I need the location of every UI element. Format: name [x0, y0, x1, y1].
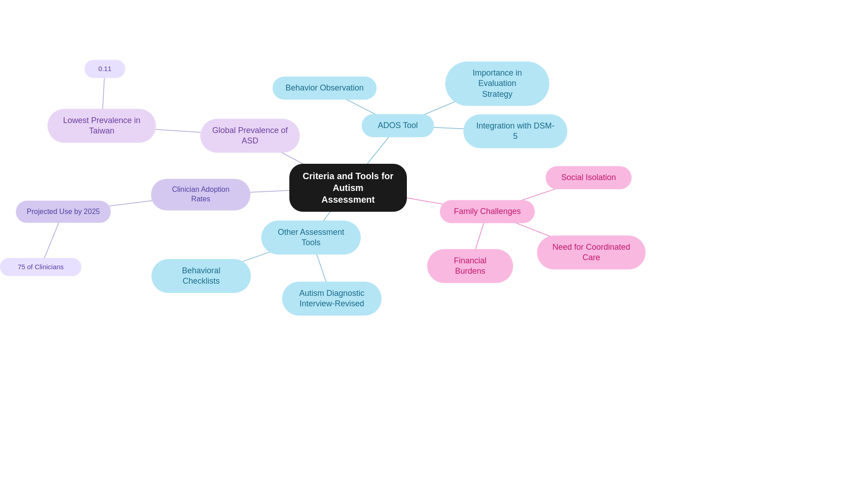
autism-diagnostic-label: Autism Diagnostic Interview-Revised [299, 288, 364, 309]
ados-tool-node[interactable]: ADOS Tool [362, 114, 434, 137]
other-assessment-node[interactable]: Other Assessment Tools [261, 221, 361, 255]
center-node[interactable]: Criteria and Tools for Autism Assessment [289, 164, 407, 212]
behavior-observation-node[interactable]: Behavior Observation [273, 76, 377, 100]
behavioral-checklists-node[interactable]: Behavioral Checklists [151, 259, 251, 293]
projected-use-label: Projected Use by 2025 [27, 207, 100, 217]
social-isolation-label: Social Isolation [561, 172, 616, 183]
importance-label: Importance in Evaluation Strategy [456, 68, 538, 100]
social-isolation-node[interactable]: Social Isolation [546, 166, 632, 189]
family-challenges-label: Family Challenges [454, 206, 521, 217]
value-011-node[interactable]: 0.11 [85, 60, 125, 78]
clinician-adoption-node[interactable]: Clinician Adoption Rates [151, 179, 250, 210]
ados-tool-label: ADOS Tool [378, 120, 418, 131]
75-clinicians-label: 75 of Clinicians [18, 262, 64, 271]
financial-burdens-node[interactable]: Financial Burdens [427, 249, 513, 283]
75-clinicians-node[interactable]: 75 of Clinicians [0, 258, 81, 276]
need-coordinated-node[interactable]: Need for Coordinated Care [537, 236, 646, 270]
global-prevalence-node[interactable]: Global Prevalence of ASD [200, 119, 300, 153]
behavioral-checklists-label: Behavioral Checklists [162, 266, 240, 287]
behavior-observation-label: Behavior Observation [285, 83, 363, 93]
lowest-prevalence-label: Lowest Prevalence in Taiwan [58, 115, 145, 137]
integration-dsm-label: Integration with DSM-5 [474, 121, 557, 142]
center-label: Criteria and Tools for Autism Assessment [300, 170, 396, 205]
family-challenges-node[interactable]: Family Challenges [440, 200, 535, 223]
need-coordinated-label: Need for Coordinated Care [548, 242, 635, 263]
financial-burdens-label: Financial Burdens [438, 256, 502, 277]
clinician-adoption-label: Clinician Adoption Rates [162, 185, 240, 204]
importance-node[interactable]: Importance in Evaluation Strategy [445, 62, 549, 106]
lowest-prevalence-node[interactable]: Lowest Prevalence in Taiwan [47, 109, 156, 143]
projected-use-node[interactable]: Projected Use by 2025 [16, 201, 111, 223]
other-assessment-label: Other Assessment Tools [272, 227, 350, 248]
autism-diagnostic-node[interactable]: Autism Diagnostic Interview-Revised [282, 282, 382, 316]
value-011-label: 0.11 [98, 64, 111, 73]
global-prevalence-label: Global Prevalence of ASD [211, 125, 289, 147]
integration-dsm-node[interactable]: Integration with DSM-5 [463, 114, 567, 148]
